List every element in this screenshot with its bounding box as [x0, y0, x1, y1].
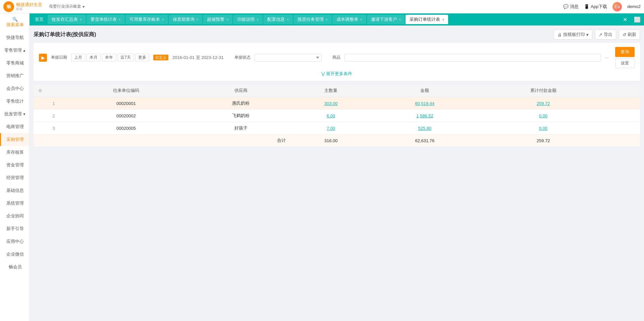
- sidebar-item-ops-mgmt[interactable]: 经营管理: [0, 171, 29, 184]
- table-row: 1 00020001 惠氏奶粉 303.00 60,519.44 259.72: [34, 97, 640, 110]
- date-btn-7days[interactable]: 近7天: [117, 54, 134, 61]
- close-all-tabs-btn[interactable]: ✕: [621, 16, 629, 23]
- retail-mgmt-expand-icon: ▲: [23, 49, 26, 52]
- tab-config-info[interactable]: 配置信息 ×: [263, 15, 293, 24]
- tab-home[interactable]: 首页: [31, 16, 48, 22]
- export-icon: ↗: [599, 32, 602, 37]
- summary-amount: 62,631.76: [372, 135, 478, 147]
- sidebar-item-app-center[interactable]: 应用中心: [0, 235, 29, 248]
- status-select[interactable]: [255, 54, 322, 62]
- summary-empty-1: [34, 135, 47, 147]
- filter-toggle-btn[interactable]: ▶: [39, 54, 47, 62]
- sidebar-item-purchase-mgmt[interactable]: 采购管理: [0, 133, 29, 146]
- th-settings[interactable]: ⚙: [34, 84, 47, 97]
- sidebar-item-capital-mgmt[interactable]: 资金管理: [0, 159, 29, 171]
- sidebar-item-enterprise-wechat[interactable]: 企业微信: [0, 248, 29, 261]
- main-layout: 🔍 搜索菜单 快捷导航 零售管理 ▲ 零售商城 营销推广 会员中心 零售统计 批…: [0, 13, 644, 321]
- sidebar-item-quick-nav[interactable]: 快捷导航: [0, 31, 29, 44]
- page-title: 采购订单统计表(按供应商): [34, 31, 96, 38]
- tab-available-inventory[interactable]: 可用量库存账本 ×: [125, 15, 168, 24]
- summary-empty-2: [47, 135, 60, 147]
- content-area: 首页 收发存汇总表 × 要货单统计表 × 可用量库存账本 × 保质期查询 × 超…: [30, 13, 644, 321]
- close-function-desc[interactable]: ×: [257, 18, 259, 21]
- export-btn[interactable]: ↗ 导出: [595, 30, 616, 40]
- print-icon: 🖨: [557, 32, 562, 37]
- close-order-stats[interactable]: ×: [119, 18, 121, 21]
- filter-panel: ▶ 单据日期 上月 本月 本年 近7天 更多 自定义 2016-01-01 至 …: [34, 43, 640, 81]
- sidebar-item-ecommerce-mgmt[interactable]: 电商管理: [0, 120, 29, 133]
- query-btn[interactable]: 查询: [615, 47, 635, 57]
- tab-order-stats[interactable]: 要货单统计表 ×: [87, 15, 125, 24]
- td-paid-amount-3[interactable]: 0.00: [478, 122, 609, 135]
- tab-bar: 首页 收发存汇总表 × 要货单统计表 × 可用量库存账本 × 保质期查询 × 超…: [30, 13, 644, 25]
- filter-row: ▶ 单据日期 上月 本月 本年 近7天 更多 自定义 2016-01-01 至 …: [39, 47, 635, 68]
- date-btn-last-month[interactable]: 上月: [71, 54, 85, 61]
- td-amount-3[interactable]: 525.80: [372, 122, 478, 135]
- close-warranty-query[interactable]: ×: [197, 18, 199, 21]
- sidebar-item-retail-mgmt[interactable]: 零售管理 ▲: [0, 44, 29, 57]
- sidebar-item-basic-info[interactable]: 基础信息: [0, 184, 29, 197]
- date-btn-this-month[interactable]: 本月: [87, 54, 101, 61]
- workspace-selector[interactable]: 母婴行业演示账套 ▾: [49, 4, 85, 9]
- summary-extra: [609, 135, 640, 147]
- th-paid-amount: 累计付款金额: [478, 84, 609, 97]
- td-amount-2[interactable]: 1,586.52: [372, 110, 478, 122]
- td-paid-amount-1[interactable]: 259.72: [478, 97, 609, 110]
- close-picking-task[interactable]: ×: [326, 18, 328, 21]
- td-unit-code-2: 00020002: [60, 110, 192, 122]
- filter-more-icon[interactable]: ···: [605, 55, 608, 60]
- tab-overstock-warning[interactable]: 超储预警 ×: [203, 15, 232, 24]
- sidebar-item-search[interactable]: 🔍 搜索菜单: [0, 13, 29, 31]
- td-supplier-2: 飞鹤奶粉: [192, 110, 290, 122]
- td-main-qty-3[interactable]: 7.00: [290, 122, 372, 135]
- date-btn-more[interactable]: 更多: [135, 54, 149, 61]
- tab-picking-task[interactable]: 拣货任务管理 ×: [293, 15, 332, 24]
- logo-icon: 畅: [3, 1, 14, 12]
- date-btn-this-year[interactable]: 本年: [102, 54, 116, 61]
- sidebar-item-sys-mgmt[interactable]: 系统管理: [0, 197, 29, 210]
- td-index-3: 3: [47, 122, 60, 135]
- refresh-btn[interactable]: ↺ 刷新: [619, 30, 640, 40]
- settings-btn[interactable]: 设置: [615, 58, 635, 68]
- close-cost-adjust[interactable]: ×: [360, 18, 362, 21]
- tab-receive-summary[interactable]: 收发存汇总表 ×: [48, 15, 86, 24]
- sidebar-item-member-center[interactable]: 会员中心: [0, 82, 29, 95]
- tab-invite-downstream[interactable]: 邀请下游客户 ×: [367, 15, 405, 24]
- expand-more-btn[interactable]: ⋁ 展开更多条件: [321, 71, 352, 77]
- message-btn[interactable]: 💬 消息: [563, 4, 579, 10]
- maximize-btn[interactable]: ⬜: [632, 16, 643, 23]
- user-name[interactable]: demo2: [627, 4, 641, 9]
- td-main-qty-1[interactable]: 303.00: [290, 97, 372, 110]
- close-receive-summary[interactable]: ×: [80, 18, 82, 21]
- close-config-info[interactable]: ×: [287, 18, 289, 21]
- sidebar-item-new-guide[interactable]: 新手引导: [0, 222, 29, 235]
- close-purchase-order-stats[interactable]: ×: [442, 18, 444, 21]
- date-shortcuts: 上月 本月 本年 近7天 更多: [71, 54, 149, 61]
- sidebar-item-vip-member[interactable]: 畅会员: [0, 261, 29, 273]
- sidebar-item-marketing[interactable]: 营销推广: [0, 69, 29, 82]
- logo: 畅 畅捷通好生意 标版: [3, 1, 42, 12]
- td-main-qty-2[interactable]: 6.00: [290, 110, 372, 122]
- close-invite-downstream[interactable]: ×: [399, 18, 401, 21]
- goods-input[interactable]: [344, 54, 601, 62]
- tab-purchase-order-stats[interactable]: 采购订单统计表 ×: [406, 15, 448, 24]
- print-dropdown-icon: ▾: [586, 32, 589, 37]
- sidebar-item-wholesale-mgmt[interactable]: 批发管理 ▼: [0, 108, 29, 120]
- td-amount-1[interactable]: 60,519.44: [372, 97, 478, 110]
- tab-warranty-query[interactable]: 保质期查询 ×: [169, 15, 203, 24]
- td-paid-amount-2[interactable]: 0.00: [478, 110, 609, 122]
- table-wrap: ⚙ 往来单位编码 供应商 主数量 金额 累计付款金额: [34, 84, 640, 147]
- close-available-inventory[interactable]: ×: [162, 18, 164, 21]
- sidebar-item-retail-mall[interactable]: 零售商城: [0, 57, 29, 69]
- sidebar-item-inventory-check[interactable]: 库存核算: [0, 146, 29, 159]
- app-download-btn[interactable]: 📱 App下载: [584, 4, 607, 10]
- tab-cost-adjust[interactable]: 成本调整单 ×: [332, 15, 366, 24]
- wholesale-mgmt-expand-icon: ▼: [23, 112, 26, 116]
- sidebar-item-retail-stats[interactable]: 零售统计: [0, 95, 29, 108]
- tab-function-desc[interactable]: 功能说明 ×: [233, 15, 263, 24]
- page-content: 采购订单统计表(按供应商) 🖨 按模板打印 ▾ ↗ 导出 ↺ 刷新: [30, 25, 644, 321]
- date-range: 2016-01-01 至 2023-12-31: [172, 55, 224, 61]
- sidebar-item-enterprise-collab[interactable]: 企业协同: [0, 210, 29, 222]
- close-overstock-warning[interactable]: ×: [226, 18, 228, 21]
- print-btn[interactable]: 🖨 按模板打印 ▾: [554, 30, 592, 40]
